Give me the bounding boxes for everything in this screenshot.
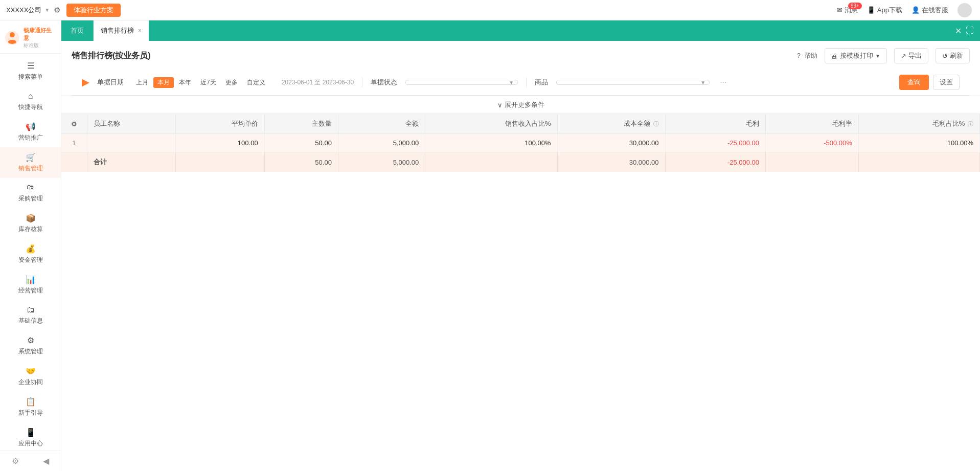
cell-name <box>87 134 176 152</box>
sidebar-item-finance[interactable]: 💰 资金管理 <box>0 239 61 270</box>
profit-pct-label: 毛利占比% <box>932 120 965 127</box>
tab-bar: 首页 销售排行榜 × ✕ ⛶ <box>61 20 980 41</box>
sales-icon: 🛒 <box>26 152 36 162</box>
svg-point-1 <box>10 32 15 37</box>
date-tab-last-7days[interactable]: 近7天 <box>196 77 220 88</box>
message-icon: ✉ <box>837 6 842 14</box>
tab-home-label: 首页 <box>71 26 84 35</box>
goods-more-icon[interactable]: ··· <box>720 78 726 87</box>
search-menu-icon: ☰ <box>27 61 34 71</box>
sidebar-item-marketing[interactable]: 📢 营销推广 <box>0 117 61 147</box>
sidebar-label-purchase: 采购管理 <box>18 194 43 203</box>
settings-icon[interactable]: ⚙ <box>54 6 60 15</box>
sidebar-item-sales[interactable]: 🛒 销售管理 <box>0 147 61 178</box>
filter-expand-arrow[interactable]: ▶ <box>82 77 89 88</box>
profit-pct-info-icon[interactable]: ⓘ <box>968 121 973 127</box>
sidebar-item-system[interactable]: ⚙ 系统管理 <box>0 330 61 361</box>
print-dropdown-icon: ▼ <box>875 53 880 59</box>
query-button[interactable]: 查询 <box>899 75 929 90</box>
col-header-settings[interactable]: ⚙ <box>61 114 87 134</box>
footer-qty: 50.00 <box>264 152 338 172</box>
col-header-avg-price: 平均单价 <box>176 114 265 134</box>
sidebar-nav: ☰ 搜索菜单 ⌂ 快捷导航 📢 营销推广 🛒 销售管理 🛍 采购管理 📦 库 <box>0 54 61 451</box>
sidebar-item-purchase[interactable]: 🛍 采购管理 <box>0 178 61 208</box>
page-title: 销售排行榜(按业务员) <box>72 51 151 61</box>
export-label: 导出 <box>908 51 922 60</box>
top-right-area: ✉ 消息 99+ 📱 App下载 👤 在线客服 <box>837 3 974 17</box>
sidebar-item-guide[interactable]: 📋 新手引导 <box>0 392 61 422</box>
online-service-btn[interactable]: 👤 在线客服 <box>911 6 948 15</box>
sidebar-item-app-center[interactable]: 📱 应用中心 <box>0 422 61 451</box>
col-header-profit: 毛利 <box>665 114 765 134</box>
expand-row: ∨ 展开更多条件 <box>61 96 980 114</box>
status-select-wrapper: ▼ <box>405 80 518 85</box>
status-select[interactable] <box>405 80 518 85</box>
page-title-row: 销售排行榜(按业务员) ？ 帮助 🖨 按模板打印 ▼ ↗ <box>72 48 970 63</box>
user-avatar-area[interactable] <box>958 3 974 17</box>
chevron-down-icon: ▼ <box>44 7 50 13</box>
app-icon: 📱 <box>867 6 875 14</box>
sidebar-item-operations[interactable]: 📊 经营管理 <box>0 270 61 300</box>
date-label: 单据日期 <box>97 78 124 87</box>
col-settings-icon: ⚙ <box>71 120 77 128</box>
date-tab-custom[interactable]: 自定义 <box>243 77 269 88</box>
export-icon: ↗ <box>901 52 906 60</box>
tab-close-window-icon[interactable]: ✕ <box>955 26 962 36</box>
cell-cost: 30,000.00 <box>557 134 665 152</box>
tab-maximize-icon[interactable]: ⛶ <box>966 26 974 35</box>
company-selector[interactable]: XXXXX公司 ▼ <box>6 6 50 15</box>
sidebar-label-basic: 基础信息 <box>18 317 43 325</box>
sidebar-label-system: 系统管理 <box>18 347 43 356</box>
date-tab-this-month[interactable]: 本月 <box>153 77 174 88</box>
sidebar-item-search-order[interactable]: ☰ 搜索菜单 <box>0 56 61 86</box>
company-name: XXXXX公司 <box>6 6 41 15</box>
expand-label: 展开更多条件 <box>505 100 544 109</box>
tab-close-icon[interactable]: × <box>138 27 142 34</box>
inventory-icon: 📦 <box>26 213 36 223</box>
sidebar-item-quick-nav[interactable]: ⌂ 快捷导航 <box>0 86 61 117</box>
content-area: 首页 销售排行榜 × ✕ ⛶ 销售排行榜(按业务员) ？ 帮助 <box>61 20 980 471</box>
tab-sales-ranking[interactable]: 销售排行榜 × <box>94 20 149 41</box>
expand-conditions-button[interactable]: ∨ 展开更多条件 <box>497 100 544 109</box>
table-header-row: ⚙ 员工名称 平均单价 主数量 全额 销售收入占比% 成本全额 ⓘ 毛利 <box>61 114 980 134</box>
sidebar-item-enterprise[interactable]: 🤝 企业协同 <box>0 361 61 392</box>
help-icon: ？ <box>795 51 802 60</box>
sidebar-label-appcenter: 应用中心 <box>18 439 43 448</box>
date-tab-this-year[interactable]: 本年 <box>175 77 195 88</box>
date-tab-last-month[interactable]: 上月 <box>132 77 152 88</box>
logo-text: 畅康通好生意 标准版 <box>24 27 57 49</box>
col-header-profit-rate: 毛利率 <box>766 114 859 134</box>
print-label: 按模板打印 <box>840 51 873 60</box>
sidebar-collapse-icon[interactable]: ◀ <box>43 456 49 466</box>
tab-home[interactable]: 首页 <box>61 20 94 41</box>
sidebar-settings-icon[interactable]: ⚙ <box>12 456 19 466</box>
trial-button[interactable]: 体验行业方案 <box>66 4 121 17</box>
export-button[interactable]: ↗ 导出 <box>894 48 928 63</box>
app-download-btn[interactable]: 📱 App下载 <box>867 6 902 15</box>
sidebar-label-quicknav: 快捷导航 <box>18 103 43 111</box>
cell-rank: 1 <box>61 134 87 152</box>
print-button[interactable]: 🖨 按模板打印 ▼ <box>825 48 887 63</box>
goods-select[interactable] <box>556 80 710 85</box>
sidebar-bottom: ⚙ ◀ <box>0 451 61 471</box>
date-tab-more[interactable]: 更多 <box>221 77 242 88</box>
sidebar: 畅康通好生意 标准版 ☰ 搜索菜单 ⌂ 快捷导航 📢 营销推广 🛒 销售管理 <box>0 20 61 471</box>
filter-bar: ▶ 单据日期 上月 本月 本年 近7天 更多 自定义 2023-06-01 至 … <box>72 70 970 96</box>
logo-icon <box>4 30 20 46</box>
status-label: 单据状态 <box>371 78 397 87</box>
operations-icon: 📊 <box>26 275 36 284</box>
sidebar-item-inventory[interactable]: 📦 库存核算 <box>0 208 61 239</box>
cost-info-icon[interactable]: ⓘ <box>653 121 659 127</box>
sidebar-label-finance: 资金管理 <box>18 256 43 264</box>
tab-active-label: 销售排行榜 <box>101 26 134 35</box>
guide-icon: 📋 <box>26 397 36 407</box>
message-badge[interactable]: ✉ 消息 99+ <box>837 6 858 15</box>
help-button[interactable]: ？ 帮助 <box>795 51 817 60</box>
help-label: 帮助 <box>804 51 817 60</box>
settings-button[interactable]: 设置 <box>933 75 960 90</box>
refresh-button[interactable]: ↺ 刷新 <box>936 48 970 63</box>
footer-amount: 5,000.00 <box>338 152 425 172</box>
online-service-label: 在线客服 <box>922 6 948 15</box>
sidebar-item-basic-info[interactable]: 🗂 基础信息 <box>0 300 61 330</box>
footer-profit: -25,000.00 <box>665 152 765 172</box>
